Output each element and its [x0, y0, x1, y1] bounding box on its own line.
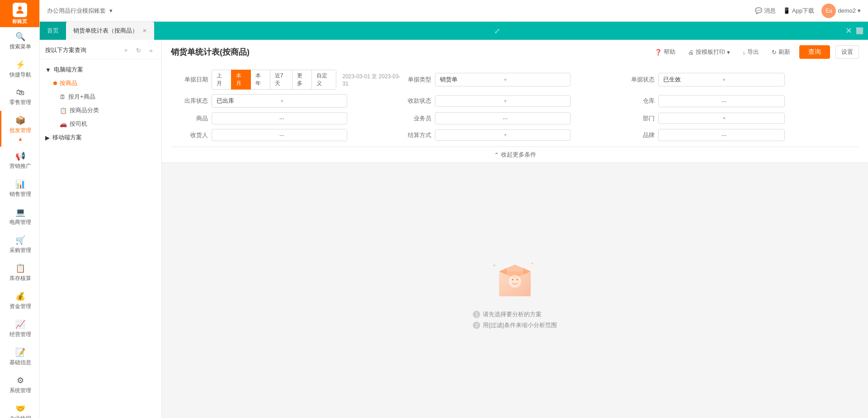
date-label: 单据日期 — [180, 76, 212, 84]
warehouse-status-value: 已出库 — [217, 97, 278, 105]
sidebar-label-quicknav: 快捷导航 — [9, 71, 31, 79]
date-btn-last-month[interactable]: 上月 — [212, 70, 231, 90]
add-scheme-btn[interactable]: ＋ — [121, 45, 131, 55]
filter-row-1: 单据日期 上月 本月 本年 近7天 更多 自定义 2023-03-01 至 20… — [180, 70, 850, 90]
scheme-by-category[interactable]: 📋 按商品分类 — [40, 104, 161, 117]
dept-control: ▾ — [658, 113, 850, 124]
sidebar-item-wholesale[interactable]: 📦 批发管理 ▲ — [0, 111, 39, 147]
date-btn-7days[interactable]: 近7天 — [270, 70, 292, 90]
date-btn-custom[interactable]: 自定义 — [311, 70, 336, 90]
status-select[interactable]: 已生效 ▾ — [658, 73, 785, 86]
sidebar-item-operations[interactable]: 📈 经营管理 — [0, 315, 39, 343]
export-btn[interactable]: ↓ 导出 — [739, 46, 763, 58]
active-dot — [53, 81, 57, 85]
tab-home[interactable]: 首页 — [40, 22, 66, 40]
sidebar-item-basic[interactable]: 📝 基础信息 — [0, 343, 39, 371]
sidebar-item-search[interactable]: 🔍 搜索菜单 — [0, 27, 39, 55]
warehouse-label: 仓库 — [627, 97, 658, 105]
warehouse-select[interactable]: ··· — [658, 95, 785, 107]
warehouse-dots[interactable]: ··· — [720, 98, 780, 104]
sidebar-item-quicknav[interactable]: ⚡ 快捷导航 — [0, 55, 39, 83]
warehouse-status-label: 出库状态 — [180, 97, 212, 105]
goods-dots[interactable]: ··· — [278, 115, 342, 122]
filter-row-3: 商品 ··· 业务员 ··· — [180, 112, 850, 124]
tab-maximize-btn[interactable]: ⤢ — [494, 27, 505, 35]
settings-btn[interactable]: 设置 — [835, 45, 859, 59]
sidebar-label-system: 系统管理 — [9, 387, 31, 394]
sidebar-item-ecommerce[interactable]: 💻 电商管理 — [0, 203, 39, 231]
user-dropdown-icon: ▾ — [858, 7, 861, 14]
sales-icon: 📊 — [15, 179, 25, 189]
scheme-group-desktop[interactable]: ▼ 电脑端方案 — [40, 63, 161, 76]
sidebar-item-collab[interactable]: 🤝 企业协同 — [0, 399, 39, 418]
warehouse-status-control: 已出库 ▾ — [212, 94, 403, 108]
brand-dots[interactable]: ··· — [720, 132, 780, 138]
collab-icon: 🤝 — [15, 404, 25, 413]
scheme-by-month-goods[interactable]: 🗓 按月+商品 — [40, 90, 161, 104]
payment-method-select[interactable]: ▾ — [435, 129, 571, 141]
scheme-by-category-label: 按商品分类 — [70, 106, 99, 114]
sidebar-item-purchase[interactable]: 🛒 采购管理 — [0, 231, 39, 259]
payment-status-select[interactable]: ▾ — [435, 95, 571, 107]
scheme-section: ▼ 电脑端方案 按商品 🗓 按月+商品 📋 按商品分类 🚗 按司机 — [40, 59, 161, 148]
tab-close-window[interactable]: ✕ — [845, 26, 852, 36]
wholesale-arrow: ▲ — [18, 136, 23, 142]
inventory-icon: 📋 — [15, 263, 25, 273]
staff-dots[interactable]: ··· — [501, 115, 566, 122]
collapse-left-btn[interactable]: « — [146, 45, 156, 55]
sidebar-label-wholesale: 批发管理 — [9, 127, 31, 134]
scheme-by-driver[interactable]: 🚗 按司机 — [40, 117, 161, 131]
purchase-icon: 🛒 — [15, 235, 25, 245]
date-btn-this-month[interactable]: 本月 — [231, 70, 251, 90]
basic-icon: 📝 — [15, 347, 25, 357]
tip-text-2: 用[过滤]条件来缩小分析范围 — [483, 321, 557, 329]
sidebar-label-finance: 资金管理 — [9, 303, 31, 310]
svg-point-0 — [18, 6, 22, 10]
tab-maximize-window[interactable]: ⬜ — [856, 27, 863, 34]
filter-area: 单据日期 上月 本月 本年 近7天 更多 自定义 2023-03-01 至 20… — [171, 64, 859, 147]
brand-select[interactable]: ··· — [658, 129, 785, 141]
refresh-btn[interactable]: ↻ 刷新 — [768, 46, 794, 58]
svg-text:✦: ✦ — [492, 263, 496, 268]
sidebar-label-retail: 零售管理 — [9, 99, 31, 106]
topbar-dropdown-icon[interactable]: ▾ — [109, 7, 113, 14]
operations-icon: 📈 — [15, 319, 25, 329]
type-select[interactable]: 销货单 ▾ — [435, 73, 571, 86]
print-btn[interactable]: 🖨 按模板打印 ▾ — [684, 46, 734, 58]
date-btn-more[interactable]: 更多 — [292, 70, 312, 90]
user-profile[interactable]: Ea demo2 ▾ — [821, 4, 861, 18]
tab-sales-stats[interactable]: 销货单统计表（按商品） ✕ — [66, 22, 154, 40]
refresh-scheme-btn[interactable]: ↻ — [133, 45, 143, 55]
sidebar-item-system[interactable]: ⚙ 系统管理 — [0, 371, 39, 399]
dept-select[interactable]: ▾ — [658, 113, 785, 124]
sidebar-label-basic: 基础信息 — [9, 359, 31, 366]
help-btn[interactable]: ❓ 帮助 — [651, 46, 679, 58]
messages-btn[interactable]: 💬 消息 — [755, 7, 776, 15]
receiver-select[interactable]: ··· — [212, 129, 347, 141]
scheme-by-category-icon: 📋 — [60, 107, 67, 114]
refresh-icon: ↻ — [772, 49, 777, 56]
sidebar-item-sales[interactable]: 📊 销售管理 — [0, 175, 39, 203]
scheme-group-mobile[interactable]: ▶ 移动端方案 — [40, 131, 161, 144]
receiver-dots[interactable]: ··· — [278, 132, 342, 138]
staff-select[interactable]: ··· — [435, 112, 571, 124]
ecommerce-icon: 💻 — [15, 207, 25, 217]
sidebar-item-marketing[interactable]: 📢 营销推广 — [0, 147, 39, 175]
export-label: 导出 — [747, 48, 759, 56]
sidebar-label-collab: 企业协同 — [9, 415, 31, 418]
warehouse-status-select[interactable]: 已出库 ▾ — [212, 94, 347, 108]
brand-label: 品牌 — [627, 131, 658, 139]
sidebar-item-inventory[interactable]: 📋 库存核算 — [0, 259, 39, 287]
sidebar-item-retail[interactable]: 🛍 零售管理 — [0, 83, 39, 111]
help-icon: ❓ — [655, 49, 662, 56]
filter-row-2: 出库状态 已出库 ▾ 收款状态 ▾ — [180, 94, 850, 108]
date-btn-this-year[interactable]: 本年 — [250, 70, 270, 90]
goods-select[interactable]: ··· — [212, 112, 347, 124]
sidebar-label-operations: 经营管理 — [9, 331, 31, 338]
scheme-by-goods[interactable]: 按商品 — [40, 76, 161, 90]
query-btn[interactable]: 查询 — [799, 45, 830, 59]
download-btn[interactable]: 📱 App下载 — [783, 7, 814, 15]
sidebar-item-finance[interactable]: 💰 资金管理 — [0, 287, 39, 315]
tab-close-btn[interactable]: ✕ — [142, 28, 147, 34]
collapse-bar[interactable]: ⌃ 收起更多条件 — [162, 147, 868, 163]
